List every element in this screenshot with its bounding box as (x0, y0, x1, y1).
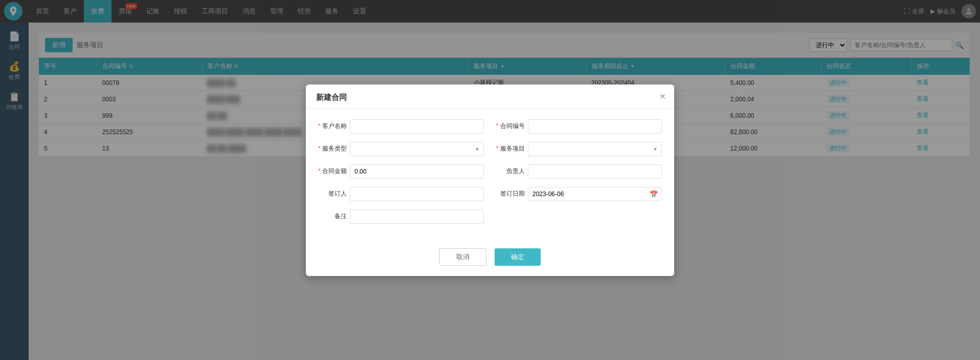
form-row-3: 合同金额 负责人 (318, 164, 662, 179)
label-contract-no: 合同编号 (496, 122, 525, 131)
cancel-button[interactable]: 取消 (439, 248, 486, 266)
label-responsible: 负责人 (496, 167, 525, 176)
label-remarks: 备注 (318, 212, 347, 221)
modal-body: 客户名称 合同编号 服务类型 ▼ (306, 109, 674, 242)
label-amount: 合同金额 (318, 167, 347, 176)
modal-title: 新建合同 (316, 93, 347, 101)
form-group-service-item: 服务项目 ▼ (496, 142, 662, 156)
form-group-sign-date: 签订日期 📅 (496, 187, 662, 201)
responsible-input[interactable] (528, 164, 662, 179)
form-group-service-type: 服务类型 ▼ (318, 142, 484, 156)
form-row-2: 服务类型 ▼ 服务项目 ▼ (318, 142, 662, 156)
form-group-amount: 合同金额 (318, 164, 484, 179)
form-group-customer: 客户名称 (318, 119, 484, 134)
form-group-responsible: 负责人 (496, 164, 662, 179)
modal-overlay[interactable]: 新建合同 ✕ 客户名称 合同编号 服务类型 (0, 0, 980, 360)
label-service-item: 服务项目 (496, 144, 525, 153)
customer-name-input[interactable] (350, 119, 484, 134)
contract-amount-input[interactable] (350, 164, 484, 179)
sign-date-input[interactable] (528, 187, 662, 201)
form-row-5: 备注 (318, 209, 662, 224)
form-row-4: 签订人 签订日期 📅 (318, 187, 662, 201)
form-group-signer: 签订人 (318, 187, 484, 201)
form-group-contract-no: 合同编号 (496, 119, 662, 134)
label-signer: 签订人 (318, 189, 347, 198)
signer-input[interactable] (350, 187, 484, 201)
label-service-type: 服务类型 (318, 144, 347, 153)
modal-footer: 取消 确定 (306, 242, 674, 276)
label-sign-date: 签订日期 (496, 189, 525, 198)
confirm-button[interactable]: 确定 (495, 248, 541, 266)
modal-header: 新建合同 (306, 84, 674, 109)
remarks-input[interactable] (350, 209, 484, 224)
contract-no-input[interactable] (528, 119, 662, 134)
modal-close-button[interactable]: ✕ (659, 92, 666, 101)
new-contract-modal: 新建合同 ✕ 客户名称 合同编号 服务类型 (306, 84, 674, 276)
service-item-select[interactable] (528, 142, 662, 156)
form-row-1: 客户名称 合同编号 (318, 119, 662, 134)
service-type-select[interactable] (350, 142, 484, 156)
form-group-remarks: 备注 (318, 209, 484, 224)
label-customer: 客户名称 (318, 122, 347, 131)
